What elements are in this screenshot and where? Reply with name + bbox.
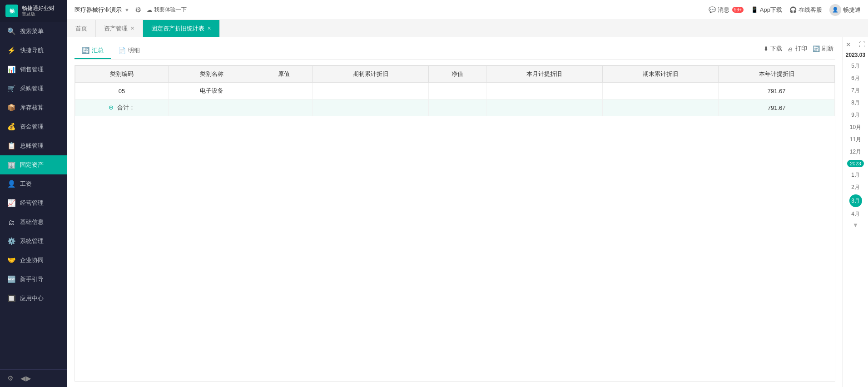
panel-year-badge[interactable]: 2023 <box>847 160 863 167</box>
app-download-label: App下载 <box>760 6 782 14</box>
row-code: 05 <box>75 83 169 99</box>
sidebar-item-payroll[interactable]: 👤 工资 <box>0 174 67 194</box>
panel-month-6[interactable]: 6月 <box>843 72 868 84</box>
col-end-dep: 期末累计折旧 <box>602 66 719 83</box>
sidebar-item-basic[interactable]: 🗂 基础信息 <box>0 213 67 232</box>
tab-depreciation[interactable]: 固定资产折旧统计表 ✕ <box>143 20 220 37</box>
sidebar-item-ledger[interactable]: 📋 总账管理 <box>0 136 67 155</box>
app-logo: 畅 畅捷通好业财 普及版 <box>0 0 67 22</box>
panel-month-3[interactable]: 3月 <box>849 194 862 207</box>
panel-month-1[interactable]: 1月 <box>843 169 868 181</box>
collapse-sidebar-icon[interactable]: ◀▶ <box>20 374 31 382</box>
topbar-settings-icon[interactable]: ⚙ <box>135 5 141 14</box>
user-avatar-button[interactable]: 👤 畅捷通 <box>829 4 861 16</box>
download-icon: ⬇ <box>764 45 769 52</box>
tab-home-label: 首页 <box>75 25 87 33</box>
sidebar-item-search[interactable]: 🔍 搜索菜单 <box>0 22 67 41</box>
tab-home[interactable]: 首页 <box>67 20 96 37</box>
service-icon: 🎧 <box>789 6 797 13</box>
topbar: 医疗器械行业演示 ▼ ⚙ ☁ 我要体验一下 💬 消息 99+ 📱 App下载 🎧… <box>67 0 868 20</box>
settings-gear-icon[interactable]: ⚙ <box>7 374 13 382</box>
tab-assets-close-icon[interactable]: ✕ <box>130 25 134 31</box>
avatar: 👤 <box>829 4 841 16</box>
sidebar-label-operations: 经营管理 <box>20 199 44 207</box>
panel-close-icon[interactable]: ✕ <box>846 41 851 48</box>
sidebar-item-sales[interactable]: 📊 销售管理 <box>0 60 67 79</box>
sidebar-nav: 🔍 搜索菜单 ⚡ 快捷导航 📊 销售管理 🛒 采购管理 📦 库存核算 💰 资金管… <box>0 22 67 369</box>
ledger-icon: 📋 <box>7 142 15 150</box>
sidebar-item-quicknav[interactable]: ⚡ 快捷导航 <box>0 41 67 60</box>
sidebar-label-collab: 企业协同 <box>20 256 44 264</box>
logo-title: 畅捷通好业财 <box>22 5 55 11</box>
summary-col7 <box>602 99 719 116</box>
refresh-button[interactable]: 🔄 刷新 <box>813 45 833 53</box>
panel-month-2[interactable]: 2月 <box>843 181 868 194</box>
sidebar-item-inventory[interactable]: 📦 库存核算 <box>0 98 67 117</box>
sidebar-label-fixed: 固定资产 <box>20 161 44 169</box>
row-name: 电子设备 <box>169 83 255 99</box>
row-begin-dep <box>312 83 429 99</box>
panel-year-label: 2023.03 <box>843 50 868 60</box>
message-icon: 💬 <box>709 6 716 13</box>
logo-text: 畅捷通好业财 普及版 <box>22 5 55 17</box>
collab-icon: 🤝 <box>7 256 15 264</box>
company-selector[interactable]: 医疗器械行业演示 ▼ <box>74 6 129 14</box>
download-button[interactable]: ⬇ 下载 <box>764 45 782 53</box>
sales-icon: 📊 <box>7 65 15 74</box>
panel-month-12[interactable]: 12月 <box>843 146 868 158</box>
row-monthly <box>486 83 602 99</box>
sidebar-item-operations[interactable]: 📈 经营管理 <box>0 194 67 213</box>
tab-depreciation-close-icon[interactable]: ✕ <box>207 25 211 31</box>
print-button[interactable]: 🖨 打印 <box>788 45 807 53</box>
tabs-bar: 首页 资产管理 ✕ 固定资产折旧统计表 ✕ <box>67 20 868 37</box>
sidebar: 畅 畅捷通好业财 普及版 🔍 搜索菜单 ⚡ 快捷导航 📊 销售管理 🛒 采购管理… <box>0 0 67 387</box>
online-service-button[interactable]: 🎧 在线客服 <box>789 6 822 14</box>
panel-header: ✕ ⛶ <box>843 39 868 50</box>
tab-depreciation-label: 固定资产折旧统计表 <box>151 25 204 33</box>
sidebar-label-ledger: 总账管理 <box>20 142 44 150</box>
sidebar-item-purchase[interactable]: 🛒 采购管理 <box>0 79 67 98</box>
logo-icon: 畅 <box>5 5 18 17</box>
depreciation-table: 类别编码 类别名称 原值 期初累计折旧 净值 本月计提折旧 期末累计折旧 本年计… <box>74 65 835 382</box>
experience-label: 我要体验一下 <box>154 6 187 14</box>
messages-button[interactable]: 💬 消息 99+ <box>709 6 744 14</box>
summary-expand-icon[interactable]: ⊕ <box>109 104 114 111</box>
col-original: 原值 <box>255 66 313 83</box>
panel-month-7[interactable]: 7月 <box>843 84 868 97</box>
refresh-icon: 🔄 <box>813 45 820 52</box>
panel-month-9[interactable]: 9月 <box>843 109 868 121</box>
sidebar-item-apps[interactable]: 🔲 应用中心 <box>0 289 67 308</box>
summary-col6 <box>486 99 602 116</box>
sidebar-item-finance[interactable]: 💰 资金管理 <box>0 117 67 136</box>
panel-month-11[interactable]: 11月 <box>843 134 868 146</box>
summary-col2 <box>169 99 255 116</box>
experience-button[interactable]: ☁ 我要体验一下 <box>147 6 187 14</box>
tab-assets-label: 资产管理 <box>104 25 128 33</box>
sidebar-item-system[interactable]: ⚙️ 系统管理 <box>0 232 67 251</box>
download-label: 下载 <box>770 45 782 53</box>
toolbar: ⬇ 下载 🖨 打印 🔄 刷新 <box>762 45 835 53</box>
panel-down-icon[interactable]: ▼ <box>843 220 868 230</box>
sidebar-item-fixed[interactable]: 🏢 固定资产 <box>0 155 67 174</box>
panel-month-4[interactable]: 4月 <box>843 208 868 220</box>
finance-icon: 💰 <box>7 123 15 131</box>
row-net <box>429 83 486 99</box>
messages-label: 消息 <box>718 6 729 14</box>
tab-assets[interactable]: 资产管理 ✕ <box>96 20 143 37</box>
summary-col3 <box>255 99 313 116</box>
app-download-button[interactable]: 📱 App下载 <box>751 6 782 14</box>
sidebar-item-guide[interactable]: 🆕 新手引导 <box>0 270 67 289</box>
panel-expand-icon[interactable]: ⛶ <box>859 41 865 48</box>
sub-tab-detail[interactable]: 📄 明细 <box>111 43 147 59</box>
sidebar-item-collab[interactable]: 🤝 企业协同 <box>0 251 67 270</box>
panel-month-10[interactable]: 10月 <box>843 121 868 134</box>
sidebar-label-inventory: 库存核算 <box>20 104 44 112</box>
sidebar-label-guide: 新手引导 <box>20 275 44 283</box>
sidebar-label-system: 系统管理 <box>20 237 44 245</box>
company-name: 医疗器械行业演示 <box>74 6 122 14</box>
sub-tab-summary[interactable]: 🔄 汇总 <box>74 43 111 59</box>
panel-month-8[interactable]: 8月 <box>843 97 868 109</box>
panel-month-5[interactable]: 5月 <box>843 60 868 72</box>
system-icon: ⚙️ <box>7 237 15 245</box>
sidebar-label-search: 搜索菜单 <box>20 27 44 35</box>
